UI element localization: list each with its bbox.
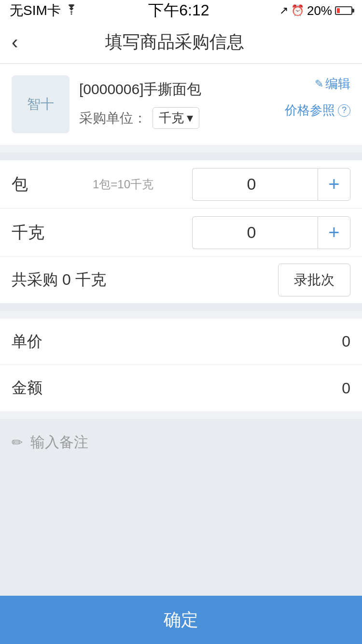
battery-icon: [335, 6, 352, 15]
product-name: [0000006]手撕面包: [79, 80, 275, 99]
page-title: 填写商品采购信息: [28, 30, 321, 54]
unit-price-row: 单价 0: [0, 319, 362, 365]
amount-label: 金额: [12, 378, 42, 399]
carrier-label: 无SIM卡: [10, 1, 61, 20]
product-thumbnail: 智十: [12, 75, 70, 133]
kg-field-wrapper: +: [89, 216, 350, 249]
unit-label: 采购单位：: [79, 109, 147, 127]
product-card: 智十 [0000006]手撕面包 采购单位： 千克 ▾ ✎ 编辑 价格参照 ?: [0, 64, 362, 145]
help-icon: ?: [338, 104, 350, 117]
summary-text: 共采购 0 千克: [12, 269, 106, 291]
product-info: [0000006]手撕面包 采购单位： 千克 ▾: [79, 80, 275, 129]
pencil-icon: ✏: [12, 434, 23, 450]
status-time: 下午6:12: [148, 0, 209, 21]
input-section: 包 1包=10千克 + 千克 +: [0, 160, 362, 257]
kg-input-row: 千克 +: [0, 209, 362, 257]
alarm-icon: ⏰: [291, 4, 304, 17]
status-bar: 无SIM卡 下午6:12 ↗ ⏰ 20%: [0, 0, 362, 21]
bao-field-wrapper: +: [153, 168, 350, 201]
notes-placeholder: 输入备注: [30, 433, 88, 452]
section-separator-2: [0, 303, 362, 311]
amount-value: 0: [342, 379, 350, 397]
bao-input[interactable]: [192, 168, 318, 201]
bao-label: 包: [12, 173, 89, 196]
bao-sublabel: 1包=10千克: [93, 177, 153, 192]
price-section: 单价 0 金额 0: [0, 319, 362, 411]
status-right: ↗ ⏰ 20%: [279, 3, 352, 18]
summary-row: 共采购 0 千克 录批次: [0, 257, 362, 303]
product-unit-row: 采购单位： 千克 ▾: [79, 107, 275, 129]
svg-point-0: [70, 14, 72, 15]
unit-price-label: 单价: [12, 331, 42, 352]
back-button[interactable]: ‹: [12, 31, 28, 53]
nav-bar: ‹ 填写商品采购信息: [0, 21, 362, 64]
edit-button[interactable]: ✎ 编辑: [315, 75, 350, 92]
kg-input[interactable]: [192, 216, 318, 249]
bao-plus-button[interactable]: +: [318, 168, 350, 201]
empty-space: [0, 466, 362, 616]
product-right: ✎ 编辑 价格参照 ?: [285, 75, 350, 119]
section-separator-1: [0, 153, 362, 160]
dropdown-icon: ▾: [187, 111, 193, 126]
unit-select[interactable]: 千克 ▾: [153, 107, 199, 129]
battery-percent: 20%: [307, 3, 332, 18]
unit-price-value: 0: [342, 333, 350, 350]
amount-row: 金额 0: [0, 365, 362, 411]
kg-label: 千克: [12, 222, 89, 244]
confirm-button[interactable]: 确定: [0, 596, 362, 644]
batch-button[interactable]: 录批次: [278, 264, 350, 296]
notes-section[interactable]: ✏ 输入备注: [0, 419, 362, 466]
bao-input-row: 包 1包=10千克 +: [0, 160, 362, 209]
location-icon: ↗: [279, 4, 288, 17]
edit-icon: ✎: [315, 78, 323, 90]
kg-plus-button[interactable]: +: [318, 216, 350, 249]
price-reference-button[interactable]: 价格参照 ?: [285, 102, 350, 119]
status-left: 无SIM卡: [10, 1, 78, 20]
wifi-icon: [65, 3, 78, 18]
